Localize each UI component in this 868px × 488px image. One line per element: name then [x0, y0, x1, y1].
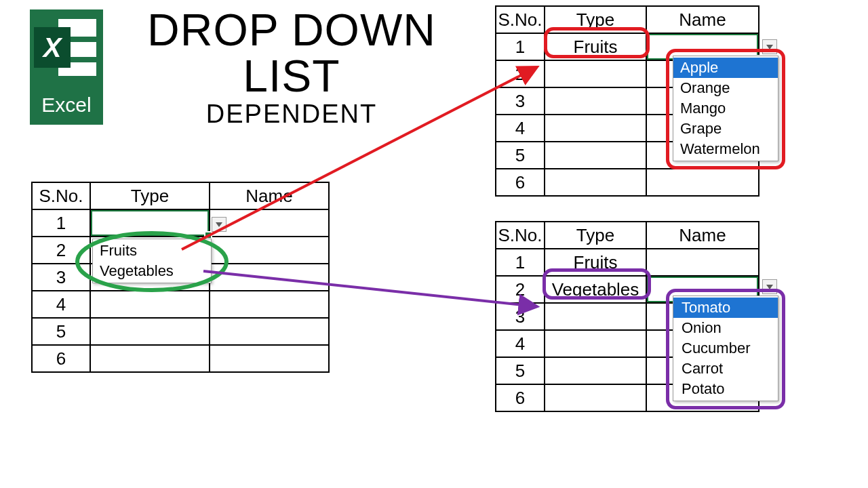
- dropdown-option-grape[interactable]: Grape: [673, 119, 778, 139]
- type-cell[interactable]: [545, 169, 646, 196]
- cell-sno: 2: [496, 60, 545, 87]
- cell-sno: 2: [496, 276, 545, 303]
- type-cell[interactable]: [545, 384, 646, 411]
- dropdown-option-tomato[interactable]: Tomato: [673, 298, 778, 318]
- type-cell[interactable]: [90, 318, 210, 345]
- excel-label: Excel: [30, 85, 103, 125]
- type-dropdown-list[interactable]: Fruits Vegetables: [92, 239, 212, 283]
- type-cell[interactable]: [545, 303, 646, 330]
- name-dropdown-button-vegetables[interactable]: [762, 279, 777, 294]
- cell-sno: 3: [496, 303, 545, 330]
- name-cell[interactable]: [210, 264, 329, 291]
- type-dropdown-button[interactable]: [212, 217, 226, 232]
- cell-sno: 6: [496, 384, 545, 411]
- cell-sno: 4: [496, 115, 545, 142]
- name-cell[interactable]: [210, 237, 329, 264]
- table-row: 6: [496, 169, 759, 196]
- name-dropdown-list-vegetables[interactable]: Tomato Onion Cucumber Carrot Potato: [673, 296, 778, 401]
- dropdown-option-orange[interactable]: Orange: [673, 78, 778, 98]
- cell-sno: 5: [496, 142, 545, 169]
- cell-sno: 6: [32, 345, 90, 372]
- type-cell[interactable]: [545, 357, 646, 384]
- name-cell[interactable]: [210, 345, 329, 372]
- col-header-sno: S.No.: [496, 222, 545, 249]
- name-cell[interactable]: [646, 169, 759, 196]
- cell-sno: 5: [32, 318, 90, 345]
- dropdown-option-potato[interactable]: Potato: [673, 379, 778, 399]
- table-row: 4: [32, 291, 329, 318]
- excel-icon: X: [30, 9, 103, 85]
- dropdown-option-cucumber[interactable]: Cucumber: [673, 338, 778, 359]
- cell-sno: 6: [496, 169, 545, 196]
- name-cell[interactable]: [210, 291, 329, 318]
- col-header-type: Type: [545, 6, 646, 33]
- col-header-name: Name: [210, 182, 329, 209]
- dropdown-option-mango[interactable]: Mango: [673, 98, 778, 119]
- type-cell[interactable]: [545, 87, 646, 115]
- cell-sno: 3: [32, 264, 90, 291]
- cell-sno: 5: [496, 357, 545, 384]
- col-header-sno: S.No.: [496, 6, 545, 33]
- page-title: DROP DOWN LIST DEPENDENT: [115, 7, 468, 129]
- name-dropdown-list-fruits[interactable]: Apple Orange Mango Grape Watermelon: [673, 56, 778, 161]
- title-line-2: LIST: [115, 53, 468, 99]
- dropdown-option-apple[interactable]: Apple: [673, 58, 778, 78]
- title-line-3: DEPENDENT: [115, 99, 468, 129]
- table-row: 5: [32, 318, 329, 345]
- cell-sno: 4: [32, 291, 90, 318]
- cell-sno: 1: [32, 209, 90, 237]
- cell-sno: 1: [496, 249, 545, 276]
- dropdown-option-carrot[interactable]: Carrot: [673, 359, 778, 379]
- type-cell[interactable]: [545, 330, 646, 357]
- dropdown-option-watermelon[interactable]: Watermelon: [673, 139, 778, 159]
- title-line-1: DROP DOWN: [115, 7, 468, 53]
- type-cell[interactable]: [545, 115, 646, 142]
- dropdown-option-vegetables[interactable]: Vegetables: [93, 261, 211, 281]
- col-header-sno: S.No.: [32, 182, 90, 209]
- col-header-name: Name: [646, 6, 759, 33]
- name-cell[interactable]: [646, 249, 759, 276]
- cell-sno: 4: [496, 330, 545, 357]
- dropdown-option-fruits[interactable]: Fruits: [93, 241, 211, 261]
- cell-type-vegetables[interactable]: Vegetables: [545, 276, 646, 303]
- cell-sno: 1: [496, 33, 545, 60]
- cell-sno: 2: [32, 237, 90, 264]
- excel-logo: X Excel: [30, 9, 103, 125]
- col-header-name: Name: [646, 222, 759, 249]
- table-row: 6: [32, 345, 329, 372]
- name-dropdown-button-fruits[interactable]: [762, 39, 777, 54]
- cell-type-fruits[interactable]: Fruits: [545, 33, 646, 60]
- dropdown-option-onion[interactable]: Onion: [673, 318, 778, 338]
- col-header-type: Type: [545, 222, 646, 249]
- type-cell[interactable]: [90, 345, 210, 372]
- type-cell[interactable]: [90, 291, 210, 318]
- type-cell[interactable]: [545, 142, 646, 169]
- cell-sno: 3: [496, 87, 545, 115]
- type-cell-selected[interactable]: [90, 209, 210, 237]
- cell-type-fruits[interactable]: Fruits: [545, 249, 646, 276]
- name-cell[interactable]: [210, 318, 329, 345]
- col-header-type: Type: [90, 182, 210, 209]
- table-row: 1: [32, 209, 329, 237]
- type-cell[interactable]: [545, 60, 646, 87]
- name-cell[interactable]: [210, 209, 329, 237]
- table-row: 1 Fruits: [496, 249, 759, 276]
